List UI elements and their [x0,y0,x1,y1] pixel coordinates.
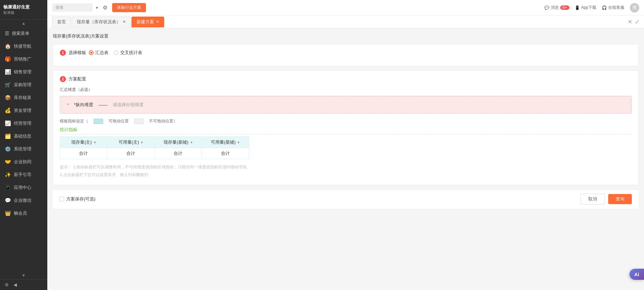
sidebar-item-system[interactable]: ⚙️ 系统管理 [0,143,47,155]
sidebar-item-label: 资金管理 [14,107,31,114]
sidebar-item-finance[interactable]: 💰 资金管理 [0,104,47,117]
sidebar: 畅康通好生意 标准版 ▲ ☰ 搜索菜单 🏠 快捷导航 🎁 营销推广 📊 销售管理… [0,0,47,290]
sidebar-item-label: 系统管理 [14,146,31,152]
tab-new-plan-label: 新建方案 [137,19,154,25]
sidebar-item-basic-info[interactable]: 🗂️ 基础信息 [0,130,47,143]
bottom-settings-icon[interactable]: ⚙ [5,282,9,287]
dimension-placeholder[interactable]: 请选择分组维度 [113,102,144,108]
marketing-icon: 🎁 [5,56,11,62]
col-header-label-3: 可用量(基辅) [211,139,236,145]
tab-inventory-label: 现存量（库存状况表） [77,19,121,25]
sidebar-item-label: 企业协同 [14,159,31,165]
expand-icon[interactable]: ⤢ [635,19,639,25]
stats-body-cell-3: 合计 [202,148,249,159]
weixin-icon: 💬 [5,197,11,203]
sidebar-item-purchase[interactable]: 🛒 采购管理 [0,78,47,91]
tab-new-plan-close-icon[interactable]: ✕ [156,20,159,24]
sidebar-item-quick-nav[interactable]: 🏠 快捷导航 [0,40,47,53]
app-name: 畅康通好生意 [3,4,44,10]
user-name: 用 [633,5,637,10]
save-checkbox[interactable]: 方案保存(可选) [59,196,96,202]
bottom-collapse-icon[interactable]: ◀ [14,282,17,287]
sidebar-item-label: 应用中心 [14,185,31,191]
tab-new-plan[interactable]: 新建方案 ✕ [131,17,164,27]
sidebar-item-label: 库存核算 [14,95,31,101]
headset-icon: 🎧 [602,5,607,10]
sidebar-item-member[interactable]: 👑 畅会员 [0,207,47,220]
sidebar-item-guide[interactable]: ✨ 新手引导 [0,168,47,181]
sidebar-item-marketing[interactable]: 🎁 营销推广 [0,53,47,66]
sidebar-item-search-menu[interactable]: ☰ 搜索菜单 [0,27,47,40]
stats-body-col-1: 合计 [107,148,155,159]
query-button[interactable]: 查询 [608,194,632,204]
stats-col-header-0[interactable]: 现存量(主) ▾ [60,137,107,148]
dimension-field-label: *纵向维度 [74,102,93,108]
message-badge: 99+ [560,5,569,10]
radio-summary[interactable]: 汇总表 [89,50,108,56]
indicator-label-text: 模板指标设定（ [60,118,88,124]
sidebar-item-app-center[interactable]: 📱 应用中心 [0,181,47,194]
section2-title: 方案配置 [69,76,86,82]
stats-body-cell-2: 合计 [155,148,202,159]
app-download-item[interactable]: 📱 App下载 [575,5,596,10]
sidebar-item-label: 快捷导航 [14,43,31,49]
tab-inventory[interactable]: 现存量（库存状况表） ✕ [72,17,131,27]
sidebar-bottom: ⚙ ◀ [0,279,47,290]
stats-col-2: 现存量(基辅) ▾ [155,137,202,148]
sidebar-item-operations[interactable]: 📈 经营管理 [0,117,47,130]
sales-icon: 📊 [5,69,11,75]
radio-cross[interactable]: 交叉统计表 [114,50,142,56]
operations-icon: 📈 [5,120,11,126]
search-box[interactable]: 搜索 [52,3,93,12]
sidebar-item-sales[interactable]: 📊 销售管理 [0,66,47,78]
dimension-label: 汇总维度（必选） [60,87,631,93]
scroll-down-arrow[interactable]: ▼ [0,272,47,279]
section2-header: 2 方案配置 [60,76,631,82]
message-item[interactable]: 💬 消息 99+ [544,5,569,10]
ai-float-button[interactable]: Ai [629,269,644,280]
sidebar-item-label: 采购管理 [14,82,31,88]
cancel-button[interactable]: 取消 [580,194,605,204]
stats-col-header-3[interactable]: 可用量(基辅) ▾ [202,137,249,148]
sidebar-item-inventory[interactable]: 📦 库存核算 [0,91,47,104]
save-checkbox-label: 方案保存(可选) [66,196,96,202]
radio-summary-dot [89,50,94,55]
quick-nav-icon: 🏠 [5,43,11,49]
customer-service-item[interactable]: 🎧 在线客服 [602,5,624,10]
stats-col-header-2[interactable]: 现存量(基辅) ▾ [155,137,202,148]
stats-col-1: 可用量(主) ▾ [107,137,155,148]
topbar-dropdown[interactable]: ▾ [96,5,98,10]
section2-num: 2 [60,76,66,82]
stats-title: 统计指标 [60,127,631,135]
tip-1: 提示： 1.拖动标题栏可以调整布局，不可跨维度或指标区域拖动，只能在同一维度或指… [60,164,631,170]
tabs-bar: 首页 现存量（库存状况表） ✕ 新建方案 ✕ ✕ ⤢ [47,16,644,28]
tip-2: 2.点击标题栏下拉可以设置排序、插入列和删除列 [60,172,631,178]
sidebar-item-enterprise[interactable]: 🤝 企业协同 [0,155,47,168]
message-label: 消息 [551,5,559,10]
sidebar-logo: 畅康通好生意 标准版 [0,0,47,20]
section1-num: 1 [60,50,66,56]
trial-btn[interactable]: 体验行业方案 [112,3,146,12]
tab-home-label: 首页 [57,19,66,25]
sidebar-item-label: 搜索菜单 [12,30,29,37]
scroll-up-arrow[interactable]: ▲ [0,20,47,27]
member-icon: 👑 [5,210,11,216]
tab-inventory-close-icon[interactable]: ✕ [123,20,126,24]
radio-cross-dot [114,50,119,55]
radio-summary-label: 汇总表 [95,50,108,56]
tab-home[interactable]: 首页 [52,17,71,27]
fixed-label: 不可拖动位置） [149,118,177,124]
inventory-icon: 📦 [5,95,11,101]
close-window-icon[interactable]: ✕ [628,19,632,25]
sidebar-item-weixin[interactable]: 💬 企业微信 [0,194,47,207]
col-chevron-2: ▾ [191,140,193,145]
finance-icon: 💰 [5,107,11,114]
main-area: 搜索 ▾ ⚙ 体验行业方案 💬 消息 99+ 📱 App下载 🎧 在线客服 用 [47,0,644,290]
stats-col-header-1[interactable]: 可用量(主) ▾ [107,137,154,148]
sidebar-item-label: 销售管理 [14,69,31,75]
user-avatar[interactable]: 用 [630,3,639,13]
dimension-dash: —— [99,102,107,107]
guide-icon: ✨ [5,172,11,178]
stats-body-col-3: 合计 [202,148,249,159]
topbar-settings-icon[interactable]: ⚙ [103,4,107,11]
